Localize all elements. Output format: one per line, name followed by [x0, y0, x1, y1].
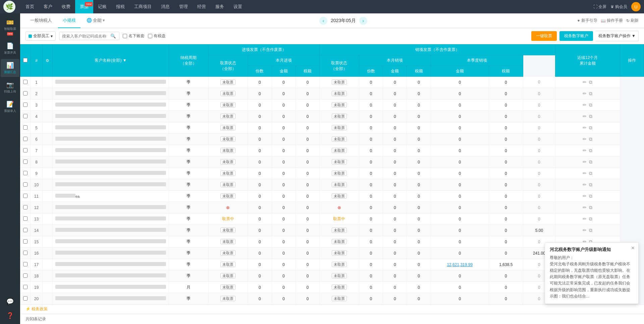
has-tax-disk-checkbox[interactable] [148, 34, 152, 38]
my-accounts-checkbox-label[interactable]: 名下账套 [123, 33, 145, 39]
edit-btn[interactable]: ✏ [582, 90, 587, 97]
row-checkbox[interactable] [23, 296, 28, 301]
copy-btn[interactable]: ⧉ [588, 147, 593, 154]
manual-btn[interactable]: 📖 操作手册 [601, 18, 623, 23]
tax-policy-link[interactable]: ⚡ 税务政策 [20, 305, 644, 313]
year-amount: 0 [538, 114, 540, 119]
nav-business[interactable]: 工商项目 [129, 0, 156, 13]
row-checkbox[interactable] [23, 103, 28, 107]
copy-btn[interactable]: ⧉ [588, 136, 593, 143]
season-tax-header: 税额 [489, 66, 523, 77]
row-checkbox[interactable] [23, 262, 28, 266]
edit-btn[interactable]: ✏ [582, 181, 587, 188]
refresh-btn[interactable]: ↻ 刷新 [626, 18, 639, 23]
nav-manage[interactable]: 管理 [174, 0, 193, 13]
tab-small-scale[interactable]: 小规模 [58, 13, 80, 28]
nav-bookkeeping[interactable]: 记账 [93, 0, 111, 13]
staff-select[interactable]: 全部员工 ▾ [25, 31, 56, 41]
edit-btn[interactable]: ✏ [582, 204, 587, 211]
select-all-checkbox[interactable] [23, 58, 28, 62]
search-button[interactable]: 🔍 [110, 34, 116, 39]
row-checkbox[interactable] [23, 273, 28, 278]
row-checkbox[interactable] [23, 125, 28, 130]
user-avatar[interactable]: U [631, 2, 641, 11]
copy-btn[interactable]: ⧉ [588, 79, 593, 86]
search-input[interactable] [62, 34, 109, 39]
copy-btn[interactable]: ⧉ [588, 158, 593, 166]
row-checkbox[interactable] [23, 194, 28, 198]
edit-btn[interactable]: ✏ [582, 193, 587, 199]
copy-btn[interactable]: ⧉ [588, 193, 593, 200]
copy-btn[interactable]: ⧉ [588, 181, 593, 188]
copy-btn[interactable]: ⧉ [588, 170, 593, 177]
row-checkbox[interactable] [23, 216, 28, 221]
edit-btn[interactable]: ✏ [582, 158, 587, 165]
sidebar-item-open-invoice[interactable]: 📄 发票开具 [1, 40, 19, 58]
next-month-btn[interactable]: › [359, 17, 367, 25]
edit-btn[interactable]: ✏ [582, 102, 587, 108]
copy-btn[interactable]: ⧉ [588, 113, 593, 120]
nav-fee[interactable]: 收费 [57, 0, 75, 13]
nav-message[interactable]: 消息 [156, 0, 174, 13]
row-checkbox[interactable] [23, 171, 28, 175]
toolbar: 全部员工 ▾ 🔍 名下账套 有税盘 一键取票 税务数字账户 税务数字账户操作 ▼ [20, 28, 644, 44]
one-click-fetch-btn[interactable]: 一键取票 [531, 31, 557, 41]
row-checkbox[interactable] [23, 114, 28, 118]
copy-btn[interactable]: ⧉ [588, 204, 593, 211]
edit-btn[interactable]: ✏ [582, 215, 587, 222]
sidebar-item-smart-ticket[interactable]: 🎫 智能取票 new [1, 16, 19, 38]
row-checkbox[interactable] [23, 159, 28, 164]
row-checkbox[interactable] [23, 80, 28, 84]
tab-all[interactable]: 🌐 全能 ▾ [82, 13, 110, 28]
tax-policy-label: ⚡ 税务政策 [25, 306, 48, 312]
copy-btn[interactable]: ⧉ [588, 215, 593, 222]
popup-close-btn[interactable]: ✕ [631, 245, 635, 251]
edit-btn[interactable]: ✏ [582, 113, 587, 120]
tax-digital-account-btn[interactable]: 税务数字账户 [559, 31, 593, 41]
nav-service[interactable]: 服务 [211, 0, 229, 13]
has-tax-disk-checkbox-label[interactable]: 有税盘 [148, 33, 166, 39]
year-amount: 0 [538, 171, 540, 176]
row-checkbox[interactable] [23, 251, 28, 255]
nav-invoice[interactable]: 票据 new [75, 0, 93, 13]
nav-operation[interactable]: 经营 [193, 0, 211, 13]
edit-btn[interactable]: ✏ [582, 147, 587, 154]
edit-btn[interactable]: ✏ [582, 170, 587, 177]
search-wrapper: 🔍 [59, 32, 119, 40]
row-checkbox[interactable] [23, 182, 28, 187]
vip-btn[interactable]: ♛ 购会员 [610, 4, 627, 10]
row-checkbox[interactable] [23, 285, 28, 289]
row-checkbox[interactable] [23, 228, 28, 232]
prev-month-btn[interactable]: ‹ [319, 17, 327, 25]
copy-btn[interactable]: ⧉ [588, 124, 593, 131]
sidebar-item-scan-upload[interactable]: 📷 扫描上传 [1, 78, 19, 96]
copy-btn[interactable]: ⧉ [588, 102, 593, 109]
help-icon[interactable]: ❓ [4, 310, 16, 321]
row-checkbox[interactable] [23, 205, 28, 209]
row-checkbox[interactable] [23, 148, 28, 152]
status-badge: 未取票 [220, 284, 235, 290]
nav-settings[interactable]: 设置 [229, 0, 247, 13]
fullscreen-btn[interactable]: ⛶ 全屏 [593, 4, 606, 10]
copy-btn[interactable]: ⧉ [588, 227, 593, 234]
edit-btn[interactable]: ✏ [582, 227, 587, 234]
tab-general-taxpayer[interactable]: 一般纳税人 [25, 13, 57, 28]
guide-btn[interactable]: ✦ 新手引导 [577, 18, 597, 23]
season-amount[interactable]: 12,621,319.99 [447, 262, 473, 267]
nav-home[interactable]: 首页 [21, 0, 39, 13]
edit-btn[interactable]: ✏ [582, 79, 587, 85]
my-accounts-checkbox[interactable] [123, 34, 127, 38]
nav-customer[interactable]: 客户 [39, 0, 57, 13]
row-checkbox[interactable] [23, 137, 28, 141]
row-checkbox[interactable] [23, 239, 28, 244]
edit-btn[interactable]: ✏ [582, 124, 587, 131]
status-badge: 未取票 [220, 262, 235, 267]
copy-btn[interactable]: ⧉ [588, 90, 593, 97]
sidebar-item-entry[interactable]: 📝 票据录入 [1, 98, 19, 116]
sidebar-item-summary[interactable]: 📊 票据汇总 [1, 59, 19, 77]
chat-icon[interactable]: 💬 [4, 296, 16, 307]
tax-digital-account-dropdown-btn[interactable]: 税务数字账户操作 ▼ [596, 31, 639, 41]
edit-btn[interactable]: ✏ [582, 136, 587, 142]
row-checkbox[interactable] [23, 91, 28, 95]
nav-tax[interactable]: 报税 [111, 0, 129, 13]
